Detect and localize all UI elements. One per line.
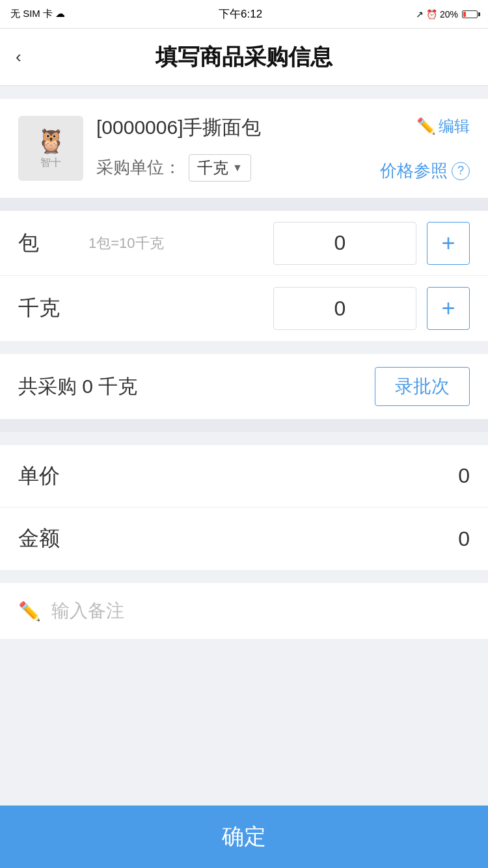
bag-row: 包 1包=10千克 + (0, 211, 488, 276)
unit-dropdown[interactable]: 千克 ▼ (189, 154, 251, 182)
dropdown-arrow-icon: ▼ (232, 162, 243, 174)
kg-row: 千克 + (0, 276, 488, 341)
battery-text: 20% (440, 9, 458, 20)
bag-plus-button[interactable]: + (427, 222, 470, 265)
status-left: 无 SIM 卡 ☁ (10, 8, 65, 20)
battery-icon (462, 10, 478, 18)
page-title: 填写商品采购信息 (156, 42, 332, 72)
kg-label: 千克 (18, 294, 83, 323)
thumb-label: 智十 (40, 156, 61, 170)
edit-label: 编辑 (439, 116, 470, 137)
location-icon: ↗ (416, 9, 424, 20)
edit-icon: ✏️ (416, 117, 436, 135)
separator-1 (0, 198, 488, 211)
kg-plus-button[interactable]: + (427, 287, 470, 330)
unit-label-text: 采购单位： (96, 156, 181, 179)
pencil-icon: ✏️ (18, 601, 41, 622)
batch-button[interactable]: 录批次 (375, 367, 470, 406)
status-right: ↗ ⏰ 20% (416, 9, 478, 20)
kg-input[interactable] (273, 287, 416, 330)
unit-price-label: 单价 (18, 462, 60, 491)
confirm-button[interactable]: 确定 (0, 806, 488, 868)
price-section: 单价 0 金额 0 (0, 445, 488, 570)
status-bar: 无 SIM 卡 ☁ 下午6:12 ↗ ⏰ 20% (0, 0, 488, 29)
nav-bar: ‹ 填写商品采购信息 (0, 29, 488, 86)
product-thumbnail: 🦉 智十 (18, 116, 83, 181)
amount-value: 0 (458, 527, 470, 551)
total-text: 共采购 0 千克 (18, 373, 137, 400)
unit-price-row: 单价 0 (0, 445, 488, 508)
total-value: 0 (82, 375, 93, 397)
product-name: [0000006]手撕面包 (96, 115, 261, 141)
price-ref-label: 价格参照 (380, 159, 448, 182)
bag-sublabel: 1包=10千克 (88, 234, 164, 253)
product-info: [0000006]手撕面包 ✏️ 编辑 采购单位： 千克 ▼ 价格参照 ? (96, 115, 470, 182)
amount-label: 金额 (18, 524, 60, 553)
unit-value: 千克 (197, 157, 228, 178)
bag-input[interactable] (273, 222, 416, 265)
bag-label: 包 (18, 229, 83, 258)
unit-price-value: 0 (458, 464, 470, 488)
unit-row: 采购单位： 千克 ▼ (96, 154, 251, 182)
help-icon: ? (452, 162, 470, 180)
price-ref-button[interactable]: 价格参照 ? (380, 159, 470, 182)
amount-row: 金额 0 (0, 508, 488, 570)
note-section[interactable]: ✏️ 输入备注 (0, 583, 488, 639)
alarm-icon: ⏰ (426, 9, 437, 20)
total-prefix: 共采购 (18, 375, 77, 397)
edit-button[interactable]: ✏️ 编辑 (416, 115, 470, 137)
thumb-icon: 🦉 (36, 128, 66, 155)
separator-2 (0, 419, 488, 432)
product-card: 🦉 智十 [0000006]手撕面包 ✏️ 编辑 采购单位： 千克 ▼ 价格参照 (0, 99, 488, 198)
total-section: 共采购 0 千克 录批次 (0, 354, 488, 419)
status-time: 下午6:12 (219, 7, 262, 21)
total-unit: 千克 (98, 375, 137, 397)
quantity-section: 包 1包=10千克 + 千克 + (0, 211, 488, 341)
note-placeholder: 输入备注 (51, 599, 124, 623)
no-sim-text: 无 SIM 卡 ☁ (10, 8, 65, 20)
back-button[interactable]: ‹ (16, 47, 21, 67)
